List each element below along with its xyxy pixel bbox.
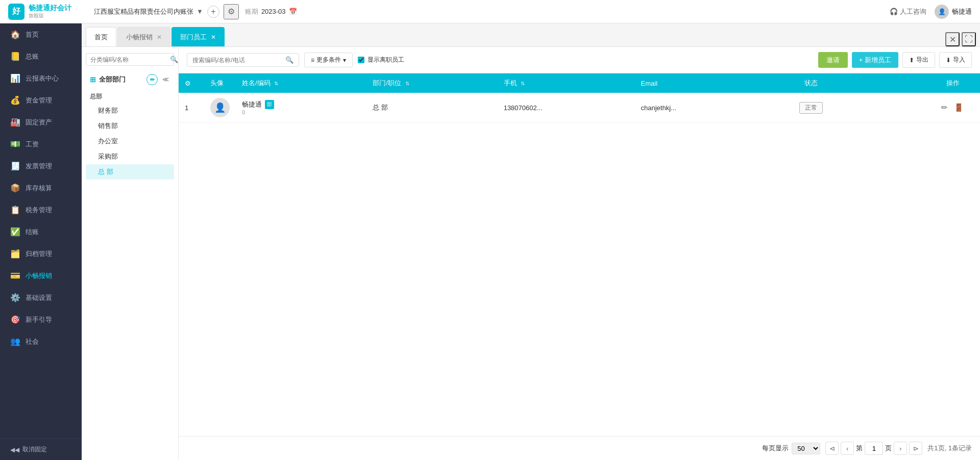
dept-item-general[interactable]: 总 部 [86,164,174,180]
salary-icon: 💵 [10,139,20,149]
export-icon: ⬆ [909,57,914,64]
show-resigned-toggle[interactable]: 显示离职员工 [358,56,404,64]
import-button[interactable]: ⬇ 导入 [939,52,972,68]
sidebar-item-settle[interactable]: ✅ 结账 [0,221,82,243]
page-word: 第 [856,444,863,453]
more-filters-button[interactable]: ≡ 更多条件 ▾ [304,53,353,67]
sidebar-item-home[interactable]: 🏠 首页 [0,23,82,45]
employee-toolbar: 🔍 ≡ 更多条件 ▾ 显示离职员工 邀请 + [179,47,980,73]
col-email: Email [635,73,763,93]
sidebar-item-xiaochang[interactable]: 💳 小畅报销 [0,265,82,287]
group-icon: 👥 [10,337,20,346]
period-selector[interactable]: 账期 2023-03 📅 [245,7,297,16]
col-name-code[interactable]: 姓名/编码 ⇅ [236,73,366,93]
user-menu[interactable]: 👤 畅捷通 [935,5,972,19]
col-status: 状态 [763,73,859,93]
export-label: 导出 [916,56,928,64]
show-resigned-checkbox[interactable] [358,57,364,63]
per-page-selector[interactable]: 每页显示 10 20 50 100 [762,443,820,454]
col-phone[interactable]: 手机 ⇅ [498,73,635,93]
page-total-label: 共1页, 1条记录 [927,444,972,453]
dept-search-bar[interactable]: 🔍 [86,53,174,66]
content-area: 首页 小畅报销 ✕ 部门员工 ✕ ✕ ⛶ [82,23,980,460]
sidebar-item-label: 云报表中心 [26,74,59,83]
tab-xiaochang-close-icon[interactable]: ✕ [157,34,162,41]
sidebar-item-label: 资金管理 [26,96,52,105]
invite-button[interactable]: 邀请 [818,52,848,68]
employee-panel: 🔍 ≡ 更多条件 ▾ 显示离职员工 邀请 + [179,47,980,460]
sort-arrows-icon: ⇅ [405,81,409,86]
row-no: 1 [179,93,204,123]
sidebar-item-inventory[interactable]: 📦 库存核算 [0,177,82,199]
add-employee-button[interactable]: + 新增员工 [852,52,898,68]
sidebar-item-general[interactable]: 📒 总账 [0,45,82,67]
per-page-label: 每页显示 [762,444,789,453]
sidebar-item-label: 结账 [26,227,39,237]
first-page-button[interactable]: ⊲ [825,442,839,455]
prev-page-button[interactable]: ‹ [841,442,854,455]
sidebar-item-assets[interactable]: 🏭 固定资产 [0,111,82,133]
sidebar-item-archive[interactable]: 🗂️ 归档管理 [0,243,82,265]
all-departments-item[interactable]: ⊞ 全部部门 ✏ ≪ [86,71,174,88]
export-button[interactable]: ⬆ 导出 [902,52,935,68]
search-icon: 🔍 [285,56,293,64]
dept-item-finance[interactable]: 财务部 [86,103,174,118]
sidebar-item-guide[interactable]: 🎯 新手引导 [0,309,82,330]
app-subtitle: 旗舰版 [29,12,71,19]
employee-search-input[interactable] [192,57,285,64]
tab-home[interactable]: 首页 [86,27,116,46]
tab-employees[interactable]: 部门员工 ✕ [172,27,225,46]
import-label: 导入 [953,56,965,64]
dept-search-input[interactable] [90,56,167,63]
company-name: 江西服宝精品有限责任公司内账张 [94,7,193,16]
app-title: 畅捷通好会计 [29,4,71,12]
tab-employees-close-icon[interactable]: ✕ [211,34,216,41]
row-dept: 总 部 [366,93,497,123]
sidebar-item-salary[interactable]: 💵 工资 [0,133,82,155]
consult-button[interactable]: 🎧 人工咨询 [890,7,926,16]
col-settings[interactable]: ⚙ [179,73,204,93]
unpin-button[interactable]: ◀◀ 取消固定 [0,439,82,460]
logout-icon[interactable]: 🚪 [954,103,964,112]
employee-search-bar[interactable]: 🔍 [187,53,299,67]
tab-employees-label: 部门员工 [180,33,207,42]
sidebar-item-tax[interactable]: 📋 税务管理 [0,199,82,221]
close-tab-button[interactable]: ✕ [945,32,960,46]
book-icon: 📒 [10,52,20,61]
edit-icon[interactable]: ✏ [941,103,948,112]
row-phone: 138070602... [498,93,635,123]
invoice-icon: 🧾 [10,161,20,171]
add-company-button[interactable]: + [207,6,219,18]
show-resigned-label: 显示离职员工 [368,56,404,64]
page-number-input[interactable] [865,442,883,455]
sidebar-item-invoice[interactable]: 🧾 发票管理 [0,155,82,177]
box-icon: 📦 [10,183,20,193]
sidebar-item-label: 总账 [26,52,39,61]
dept-item-purchase[interactable]: 采购部 [86,149,174,164]
dept-item-office[interactable]: 办公室 [86,134,174,149]
tab-xiaochang[interactable]: 小畅报销 ✕ [117,27,170,46]
page-label: 页 [885,444,892,453]
last-page-button[interactable]: ⊳ [909,442,922,455]
sidebar-item-funds[interactable]: 💰 资金管理 [0,89,82,111]
col-no: 头像 [204,73,236,93]
company-selector[interactable]: 江西服宝精品有限责任公司内账张 ▼ [94,7,203,16]
employee-name-group: 畅捷通 部 [242,100,360,109]
dept-tree: 总部 财务部 销售部 办公室 采购部 总 部 [86,90,174,454]
per-page-select[interactable]: 10 20 50 100 [792,443,820,454]
dept-item-sales[interactable]: 销售部 [86,118,174,134]
next-page-button[interactable]: › [894,442,907,455]
headset-icon: 🎧 [890,8,898,15]
sidebar-item-label: 小畅报销 [26,271,52,280]
employee-avatar: 👤 [210,98,230,117]
card-icon: 💳 [10,271,20,280]
sidebar-item-reports[interactable]: 📊 云报表中心 [0,67,82,89]
sidebar-item-settings[interactable]: ⚙️ 基础设置 [0,287,82,309]
user-avatar: 👤 [935,5,949,19]
sidebar-item-more[interactable]: 👥 社会 [0,330,82,352]
dept-edit-button[interactable]: ✏ [146,74,158,85]
maximize-tab-button[interactable]: ⛶ [962,32,976,46]
settings-icon[interactable]: ⚙ [224,4,239,19]
col-dept-position[interactable]: 部门/职位 ⇅ [366,73,497,93]
collapse-panel-button[interactable]: ≪ [161,75,170,84]
